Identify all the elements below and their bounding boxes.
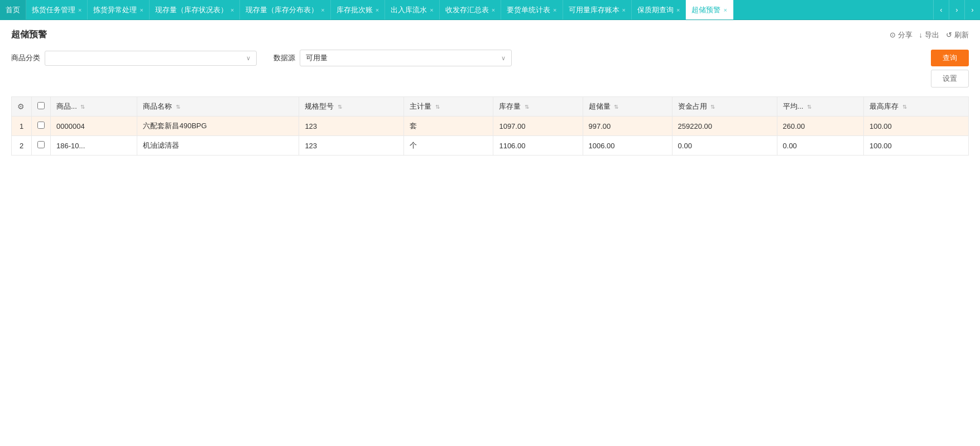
row-capital: 259220.00 <box>672 117 777 136</box>
col-spec-sort-icon[interactable]: ⇅ <box>338 104 342 110</box>
nav-item-stock-dist[interactable]: 现存量（库存分布表）× <box>240 0 330 20</box>
col-settings-header: ⚙ <box>12 97 32 117</box>
close-icon[interactable]: × <box>553 7 556 13</box>
col-capital-label: 资金占用 <box>678 102 707 110</box>
refresh-icon: ↺ <box>946 31 952 39</box>
col-overstock-label: 超储量 <box>589 102 611 110</box>
row-name: 机油滤清器 <box>137 136 299 156</box>
col-overstock-header: 超储量 ⇅ <box>583 97 672 117</box>
col-stock-sort-icon[interactable]: ⇅ <box>525 104 529 110</box>
close-icon[interactable]: × <box>230 7 234 13</box>
col-avg-sort-icon[interactable]: ⇅ <box>807 104 811 110</box>
nav-item-stock-status[interactable]: 现存量（库存状况表）× <box>150 0 240 20</box>
export-action[interactable]: ↓ 导出 <box>919 30 940 40</box>
col-capital-sort-icon[interactable]: ⇅ <box>710 104 715 110</box>
datasource-chevron-icon: ∨ <box>501 55 506 62</box>
close-icon[interactable]: × <box>676 7 680 13</box>
nav-arrow-more[interactable]: › <box>964 0 980 20</box>
nav-item-collect[interactable]: 收发存汇总表× <box>440 0 501 20</box>
data-table: ⚙ 商品... ⇅ 商品名称 ⇅ 规格型号 ⇅ 主计量 <box>11 96 969 156</box>
close-icon[interactable]: × <box>622 7 626 13</box>
col-check-header <box>32 97 51 117</box>
category-filter: 商品分类 ∨ <box>11 51 257 66</box>
nav-item-avail[interactable]: 可用量库存账本× <box>563 0 632 20</box>
row-checkbox[interactable] <box>37 141 45 148</box>
datasource-select[interactable]: 可用量 ∨ <box>300 50 512 66</box>
row-check-cell <box>32 117 51 136</box>
refresh-action[interactable]: ↺ 刷新 <box>946 30 969 40</box>
close-icon[interactable]: × <box>140 7 143 13</box>
query-button[interactable]: 查询 <box>931 50 969 66</box>
set-button[interactable]: 设置 <box>931 70 969 88</box>
row-unit: 个 <box>404 136 493 156</box>
category-chevron-icon: ∨ <box>246 55 251 62</box>
nav-arrow-left[interactable]: ‹ <box>933 0 949 20</box>
row-avg: 0.00 <box>777 136 863 156</box>
category-value <box>51 54 53 62</box>
select-all-checkbox[interactable] <box>37 102 45 109</box>
category-label: 商品分类 <box>11 53 40 63</box>
page-container: 超储预警 ⊙ 分享 ↓ 导出 ↺ 刷新 商品分类 ∨ <box>0 20 980 446</box>
category-select[interactable]: ∨ <box>45 51 257 66</box>
col-spec-header: 规格型号 ⇅ <box>299 97 404 117</box>
col-capital-header: 资金占用 ⇅ <box>672 97 777 117</box>
share-action[interactable]: ⊙ 分享 <box>890 30 912 40</box>
nav-item-quality[interactable]: 保质期查询× <box>632 0 686 20</box>
nav-item-order-stat[interactable]: 要货单统计表× <box>501 0 563 20</box>
close-icon[interactable]: × <box>321 7 324 13</box>
col-avg-label: 平均... <box>783 102 804 110</box>
close-icon[interactable]: × <box>492 7 495 13</box>
row-stock: 1097.00 <box>493 117 583 136</box>
nav-item-batch[interactable]: 库存批次账× <box>331 0 385 20</box>
col-maxstock-header: 最高库存 ⇅ <box>864 97 969 117</box>
datasource-value: 可用量 <box>306 53 328 63</box>
datasource-label: 数据源 <box>273 53 295 63</box>
close-icon[interactable]: × <box>78 7 81 13</box>
col-stock-header: 库存量 ⇅ <box>493 97 583 117</box>
row-unit: 套 <box>404 117 493 136</box>
col-maxstock-sort-icon[interactable]: ⇅ <box>902 104 907 110</box>
row-avg: 260.00 <box>777 117 863 136</box>
page-title: 超储预警 <box>11 29 47 41</box>
col-name-sort-icon[interactable]: ⇅ <box>176 104 180 110</box>
nav-item-overstock[interactable]: 超储预警× <box>686 0 733 20</box>
row-index: 1 <box>12 117 32 136</box>
export-icon: ↓ <box>919 31 923 39</box>
col-code-label: 商品... <box>56 102 77 110</box>
header-actions: ⊙ 分享 ↓ 导出 ↺ 刷新 <box>890 30 969 40</box>
col-stock-label: 库存量 <box>499 102 521 110</box>
col-overstock-sort-icon[interactable]: ⇅ <box>614 104 618 110</box>
col-unit-sort-icon[interactable]: ⇅ <box>435 104 440 110</box>
row-checkbox[interactable] <box>37 122 45 129</box>
close-icon[interactable]: × <box>430 7 433 13</box>
row-maxstock: 100.00 <box>864 136 969 156</box>
gear-icon[interactable]: ⚙ <box>17 102 25 111</box>
table-header-row: ⚙ 商品... ⇅ 商品名称 ⇅ 规格型号 ⇅ 主计量 <box>12 97 969 117</box>
nav-item-home[interactable]: 首页 <box>0 0 26 20</box>
share-label: 分享 <box>898 30 912 40</box>
close-icon[interactable]: × <box>376 7 379 13</box>
nav-item-inout[interactable]: 出入库流水× <box>385 0 439 20</box>
row-code: 0000004 <box>51 117 137 136</box>
close-icon[interactable]: × <box>723 7 727 13</box>
filter-buttons: 查询 设置 <box>931 50 969 88</box>
row-stock: 1106.00 <box>493 136 583 156</box>
row-overstock: 1006.00 <box>583 136 672 156</box>
nav-item-task[interactable]: 拣货任务管理× <box>26 0 88 20</box>
col-unit-label: 主计量 <box>410 102 431 110</box>
col-maxstock-label: 最高库存 <box>869 102 899 110</box>
col-unit-header: 主计量 ⇅ <box>404 97 493 117</box>
col-name-header: 商品名称 ⇅ <box>137 97 299 117</box>
nav-arrow-right[interactable]: › <box>949 0 964 20</box>
row-spec: 123 <box>299 117 404 136</box>
nav-item-abnormal[interactable]: 拣货异常处理× <box>88 0 149 20</box>
row-capital: 0.00 <box>672 136 777 156</box>
col-code-sort-icon[interactable]: ⇅ <box>80 104 85 110</box>
datasource-filter: 数据源 可用量 ∨ <box>273 50 512 66</box>
row-overstock: 997.00 <box>583 117 672 136</box>
row-maxstock: 100.00 <box>864 117 969 136</box>
col-code-header: 商品... ⇅ <box>51 97 137 117</box>
row-check-cell <box>32 136 51 156</box>
refresh-label: 刷新 <box>954 30 969 40</box>
row-spec: 123 <box>299 136 404 156</box>
